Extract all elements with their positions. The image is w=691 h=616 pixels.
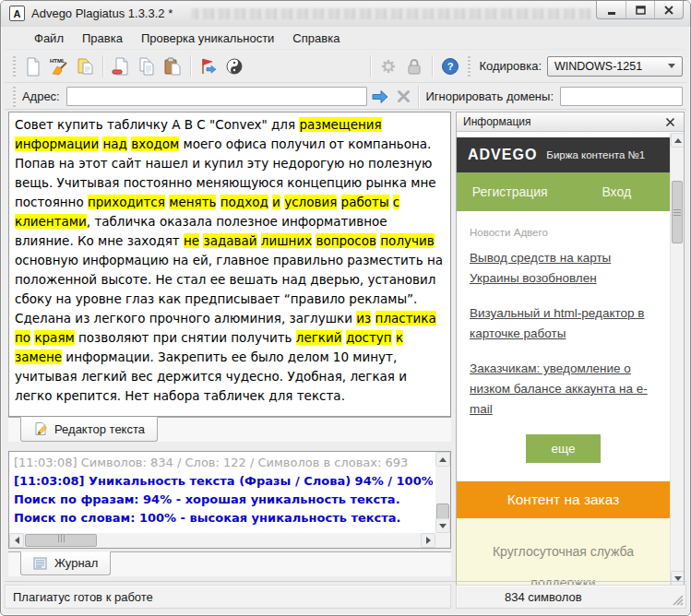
log-horizontal-scrollbar[interactable] <box>9 533 435 548</box>
window-controls <box>596 1 684 19</box>
highlighted-text-segment: приходится <box>88 195 165 209</box>
svg-text:?: ? <box>447 61 454 72</box>
scroll-down-button[interactable] <box>435 518 450 533</box>
ignore-domains-input[interactable] <box>560 87 683 106</box>
highlighted-text-segment: из <box>356 311 371 326</box>
app-logo-icon: A <box>9 6 25 21</box>
scroll-up-button[interactable] <box>671 133 684 148</box>
close-button[interactable] <box>654 1 683 18</box>
journal-list-icon <box>33 557 48 570</box>
toolbar-separator <box>418 86 419 108</box>
lock-icon <box>404 56 424 77</box>
editor-tabstrip: Редактор текста <box>8 417 451 442</box>
arrow-down-icon <box>439 524 447 528</box>
maximize-icon <box>635 5 647 16</box>
toolbar-separator <box>370 55 371 77</box>
new-document-icon <box>23 56 43 77</box>
scrollbar-thumb[interactable] <box>672 181 683 243</box>
highlighted-text-segment: задавай <box>203 233 256 248</box>
go-button[interactable] <box>371 87 390 107</box>
content-order-banner[interactable]: Контент на заказ <box>457 481 670 518</box>
tab-text-editor[interactable]: Редактор текста <box>20 417 158 442</box>
page-minus-button[interactable] <box>108 53 134 79</box>
highlighted-text-segment: получив <box>380 233 434 248</box>
toolbar-separator <box>432 55 433 77</box>
paste-button[interactable] <box>160 53 185 79</box>
scroll-right-button[interactable] <box>421 533 435 548</box>
text-segment <box>337 195 340 209</box>
nav-login-link[interactable]: Вход <box>564 172 671 211</box>
check-uniqueness-flag-icon <box>198 56 219 77</box>
settings-button[interactable] <box>375 53 401 79</box>
highlighted-text-segment: краям <box>34 330 74 345</box>
help-button[interactable]: ? <box>437 53 463 79</box>
check-uniqueness-button[interactable] <box>196 53 221 79</box>
close-icon <box>663 5 674 16</box>
highlighted-text-segment: по <box>15 330 30 345</box>
documents-stack-icon <box>75 56 95 77</box>
advego-webview: ADVEGO Биржа контента №1 Регистрация Вхо… <box>457 133 684 586</box>
arrow-right-icon <box>426 537 431 544</box>
scroll-left-button[interactable] <box>9 533 24 548</box>
page-minus-icon <box>111 56 131 77</box>
clear-x-icon <box>396 89 411 104</box>
app-window: A Advego Plagiatus 1.3.3.2 * Файл Правка… <box>0 0 691 616</box>
menu-file[interactable]: Файл <box>25 29 73 48</box>
encoding-select[interactable]: WINDOWS-1251 <box>547 56 683 77</box>
new-document-button[interactable] <box>20 53 46 79</box>
address-bar: Адрес: Игнорировать домены: <box>5 84 686 110</box>
menu-help[interactable]: Справка <box>283 29 349 48</box>
resize-grip[interactable] <box>673 595 684 606</box>
documents-stack-button[interactable] <box>72 53 98 79</box>
panel-vertical-scrollbar[interactable] <box>670 133 684 586</box>
highlighted-text-segment: не <box>184 233 199 248</box>
highlighted-text-segment: подход <box>220 195 268 209</box>
web-content: ADVEGO Биржа контента №1 Регистрация Вхо… <box>457 133 670 586</box>
news-heading: Новости Адвего <box>470 227 657 238</box>
info-panel-header: Информация <box>457 113 684 132</box>
log-tabstrip: Журнал <box>8 551 451 576</box>
toolbar-gripper <box>13 56 16 77</box>
maximize-button[interactable] <box>625 1 654 18</box>
news-link[interactable]: Визуальный и html-редактор в карточке ра… <box>470 303 657 344</box>
news-link[interactable]: Вывод средств на карты Украины возобновл… <box>470 248 657 289</box>
lock-button[interactable] <box>401 53 427 79</box>
status-message: Плагиатус готов к работе <box>5 585 451 609</box>
copy-button[interactable] <box>134 53 160 79</box>
log-vertical-scrollbar[interactable] <box>435 452 450 533</box>
status-char-count-cell: 834 символов <box>456 585 686 609</box>
info-panel-title: Информация <box>463 115 530 128</box>
window-title: Advego Plagiatus 1.3.3.2 * <box>31 6 173 20</box>
menu-check-uniqueness[interactable]: Проверка уникальности <box>132 29 283 48</box>
go-arrow-icon <box>371 89 389 105</box>
panel-close-button[interactable] <box>662 114 677 129</box>
deep-check-button[interactable] <box>221 53 247 79</box>
text-segment: позволяют при снятии получить <box>75 330 296 345</box>
address-input[interactable] <box>66 87 367 106</box>
scroll-up-button[interactable] <box>435 452 450 467</box>
clean-html-button[interactable]: HTML <box>46 53 72 79</box>
clear-address-button[interactable] <box>394 87 413 107</box>
text-editor[interactable]: Совет купить табличку А В С "Convex" для… <box>8 112 451 417</box>
close-icon <box>665 117 675 127</box>
chevron-down-icon <box>668 64 675 68</box>
menu-edit[interactable]: Правка <box>73 29 132 48</box>
news-link[interactable]: Заказчикам: уведомление о низком балансе… <box>470 359 657 420</box>
toolbar-separator <box>102 55 103 77</box>
log-line: Поиск по словам: 100% - высокая уникальн… <box>14 509 433 527</box>
tab-label: Редактор текста <box>54 422 145 436</box>
pencil-document-icon <box>33 421 48 436</box>
advego-tagline: Биржа контента №1 <box>546 149 645 160</box>
minimize-button[interactable] <box>597 1 625 18</box>
highlighted-text-segment: с <box>393 195 399 209</box>
highlighted-text-segment: пластика <box>375 311 436 326</box>
tab-journal[interactable]: Журнал <box>20 551 111 575</box>
more-news-button[interactable]: еще <box>526 434 602 463</box>
scrollbar-thumb[interactable] <box>25 534 97 547</box>
svg-text:HTML: HTML <box>50 58 66 64</box>
yin-yang-icon <box>224 56 244 77</box>
highlighted-text-segment: замене <box>15 349 62 364</box>
minimize-icon <box>606 5 617 16</box>
nav-registration-link[interactable]: Регистрация <box>457 172 564 211</box>
censored-text <box>191 8 593 19</box>
